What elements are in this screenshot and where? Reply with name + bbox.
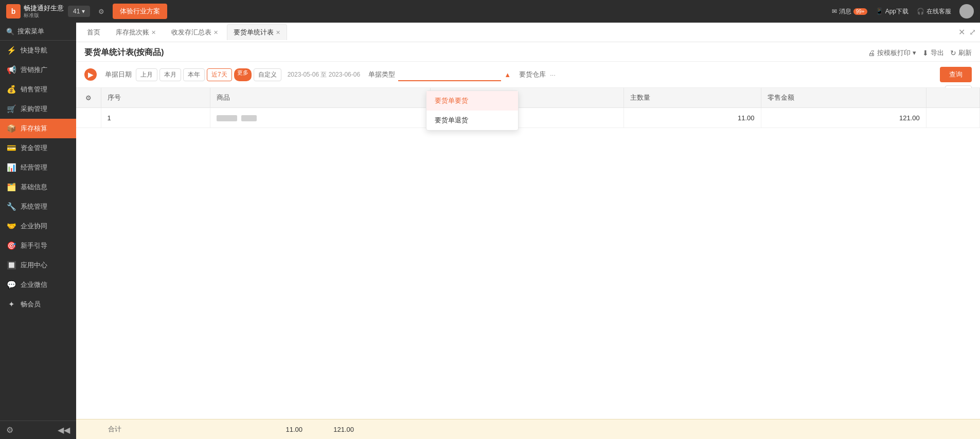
sidebar-nav: ⚡ 快捷导航 📢 营销推广 💰 销售管理 🛒 采购管理 📦 库存核算: [0, 41, 76, 420]
col-settings[interactable]: ⚙: [76, 88, 101, 108]
main-area: 🔍 搜索菜单 ⚡ 快捷导航 📢 营销推广 💰 销售管理 🛒 采: [0, 23, 980, 439]
date-filter-group: 单据日期 上月 本月 本年 近7天 更多 自定义 2023-05-06 至 20…: [105, 68, 360, 81]
flash-icon: ⚡: [6, 46, 16, 55]
sidebar: 🔍 搜索菜单 ⚡ 快捷导航 📢 营销推广 💰 销售管理 🛒 采: [0, 23, 76, 439]
sidebar-item-marketing[interactable]: 📢 营销推广: [0, 60, 76, 80]
sidebar-item-finance[interactable]: 💳 资金管理: [0, 138, 76, 158]
sidebar-bottom: ⚙ ◀◀: [0, 420, 76, 439]
sidebar-item-sales[interactable]: 💰 销售管理: [0, 80, 76, 99]
footer-quantity: 11.00: [185, 426, 309, 433]
print-icon: 🖨: [868, 49, 875, 57]
type-input[interactable]: [398, 68, 501, 81]
headset-icon: 🎧: [917, 8, 924, 15]
message-badge: 99+: [853, 8, 867, 15]
export-icon: ⬇: [922, 49, 929, 57]
chat-icon: 💬: [6, 280, 16, 289]
date-btn-custom[interactable]: 自定义: [254, 68, 281, 81]
type-dropdown-arrow[interactable]: ▲: [504, 71, 511, 79]
wrench-icon: 🔧: [6, 202, 16, 211]
target-icon: 🎯: [6, 241, 16, 250]
chart-icon: 📊: [6, 163, 16, 172]
tab-close-receive-summary[interactable]: ✕: [213, 29, 218, 36]
trial-button[interactable]: 体验行业方案: [113, 4, 167, 19]
row-quantity-cell: 11.00: [623, 108, 761, 128]
footer-amount: 121.00: [309, 426, 360, 433]
export-button[interactable]: ⬇ 导出: [922, 48, 944, 58]
warehouse-more-button[interactable]: ···: [550, 71, 556, 79]
row-settings-cell: [76, 108, 101, 128]
maximize-button[interactable]: ⤢: [969, 27, 976, 37]
date-btn-7days[interactable]: 近7天: [207, 68, 232, 81]
sidebar-item-wechat[interactable]: 💬 企业微信: [0, 275, 76, 295]
sidebar-item-purchase[interactable]: 🛒 采购管理: [0, 99, 76, 119]
sidebar-item-member[interactable]: ✦ 畅会员: [0, 295, 76, 314]
query-button[interactable]: 查询: [940, 67, 972, 82]
avatar[interactable]: [959, 4, 974, 19]
sidebar-item-operation[interactable]: 📊 经营管理: [0, 158, 76, 177]
top-right: ✉ 消息 99+ 📱 App下载 🎧 在线客服: [832, 4, 974, 19]
filter-bar: ▶ 单据日期 上月 本月 本年 近7天 更多 自定义 2023-05-06 至 …: [76, 62, 980, 88]
dropdown-item-yaohuodan[interactable]: 要货单要货: [426, 91, 518, 111]
table-row: 1 块 11.00 121.00: [76, 108, 980, 128]
print-button[interactable]: 🖨 按模板打印 ▾: [868, 48, 916, 58]
close-all-tabs-button[interactable]: ✕: [958, 27, 965, 37]
tab-home[interactable]: 首页: [80, 24, 107, 40]
topbar-gear-button[interactable]: ⚙: [94, 4, 109, 19]
sidebar-item-collab[interactable]: 🤝 企业协同: [0, 216, 76, 236]
tab-inventory-batch[interactable]: 库存批次账 ✕: [109, 24, 163, 40]
content-area: 首页 库存批次账 ✕ 收发存汇总表 ✕ 要货单统计表 ✕ ✕ ⤢: [76, 23, 980, 439]
tab-order-stats[interactable]: 要货单统计表 ✕: [227, 24, 287, 40]
megaphone-icon: 📢: [6, 65, 16, 75]
tabs-right-actions: ✕ ⤢: [958, 27, 976, 37]
row-index-cell: 1: [101, 108, 210, 128]
warehouse-label: 要货仓库: [519, 70, 546, 79]
filter-expand-button[interactable]: ▶: [84, 68, 97, 81]
tab-close-order-stats[interactable]: ✕: [276, 29, 280, 36]
refresh-icon: ↻: [950, 49, 956, 57]
date-btn-this-year[interactable]: 本年: [183, 68, 205, 81]
more-badge: 更多: [234, 68, 252, 81]
table-footer: 合计 11.00 121.00: [76, 419, 980, 439]
top-bar: b 畅捷通好生意 标准版 41 ▾ ⚙ 体验行业方案 ✉ 消息 99+ 📱 Ap…: [0, 0, 980, 23]
folder-icon: 🗂️: [6, 182, 16, 192]
app-download-button[interactable]: 📱 App下载: [876, 7, 908, 16]
table-wrapper: ⚙ 序号 商品 主计量单位 主数量 零售金额 1: [76, 88, 980, 419]
date-btn-this-month[interactable]: 本月: [159, 68, 181, 81]
chevron-down-icon: ▾: [82, 8, 85, 15]
dropdown-item-tuihuo[interactable]: 要货单退货: [426, 111, 518, 130]
logo-text: 畅捷通好生意 标准版: [24, 4, 64, 19]
sidebar-item-guide[interactable]: 🎯 新手引导: [0, 236, 76, 255]
sidebar-item-system[interactable]: 🔧 系统管理: [0, 197, 76, 216]
message-button[interactable]: ✉ 消息 99+: [832, 7, 867, 16]
sidebar-item-inventory[interactable]: 📦 库存核算: [0, 119, 76, 138]
date-range-display: 2023-05-06 至 2023-06-06: [288, 70, 360, 79]
col-amount: 零售金额: [761, 88, 926, 108]
collapse-sidebar-button[interactable]: ◀◀: [58, 425, 70, 435]
date-btn-last-month[interactable]: 上月: [136, 68, 157, 81]
sidebar-item-appstore[interactable]: 🔲 应用中心: [0, 255, 76, 275]
store-selector[interactable]: 41 ▾: [68, 6, 90, 17]
card-icon: 💳: [6, 143, 16, 153]
money-icon: 💰: [6, 85, 16, 94]
tabs-bar: 首页 库存批次账 ✕ 收发存汇总表 ✕ 要货单统计表 ✕ ✕ ⤢: [76, 23, 980, 42]
row-extra-cell: [926, 108, 979, 128]
handshake-icon: 🤝: [6, 222, 16, 231]
data-table: ⚙ 序号 商品 主计量单位 主数量 零售金额 1: [76, 88, 980, 128]
col-product: 商品: [210, 88, 431, 108]
search-menu-button[interactable]: 🔍 搜索菜单: [0, 23, 76, 41]
refresh-button[interactable]: ↻ 刷新: [950, 48, 972, 58]
sidebar-item-basic[interactable]: 🗂️ 基础信息: [0, 177, 76, 197]
star-icon: ✦: [6, 300, 16, 309]
logo-icon: b: [6, 4, 21, 19]
tab-receive-summary[interactable]: 收发存汇总表 ✕: [165, 24, 225, 40]
online-service-button[interactable]: 🎧 在线客服: [917, 7, 951, 16]
col-extra: [926, 88, 979, 108]
type-selector-group: 单据类型 ▲: [368, 68, 511, 81]
tab-close-inventory-batch[interactable]: ✕: [151, 29, 156, 36]
download-icon: 📱: [876, 8, 883, 15]
warehouse-filter-group: 要货仓库 ···: [519, 70, 556, 79]
settings-icon-button[interactable]: ⚙: [6, 425, 13, 435]
row-product-cell: [210, 108, 431, 128]
row-amount-cell: 121.00: [761, 108, 926, 128]
sidebar-item-quick-nav[interactable]: ⚡ 快捷导航: [0, 41, 76, 60]
